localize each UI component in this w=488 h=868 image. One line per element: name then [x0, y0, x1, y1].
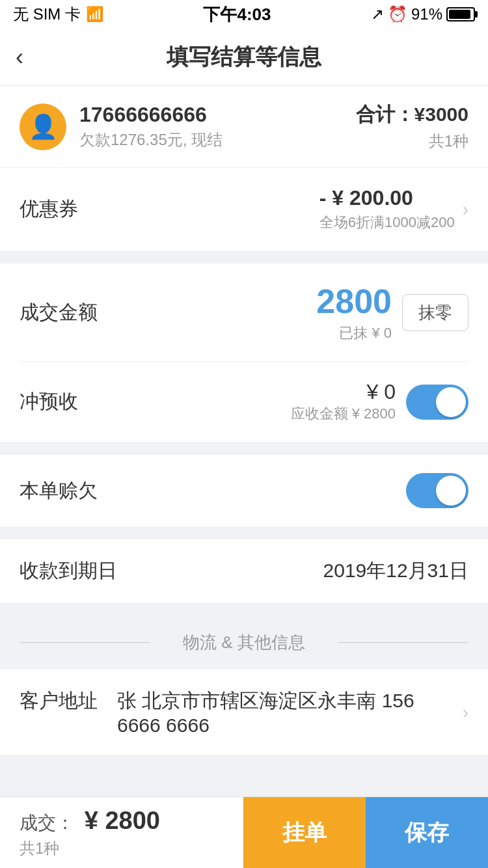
customer-right: 合计：¥3000 共1种	[356, 102, 468, 152]
customer-phone: 17666666666	[79, 103, 223, 127]
hang-button[interactable]: 挂单	[243, 797, 366, 869]
customer-left: 👤 17666666666 欠款1276.35元, 现结	[20, 103, 223, 150]
bottom-deal-label: 成交：	[20, 813, 74, 833]
coupon-discount: - ¥ 200.00	[319, 186, 455, 210]
bottom-info: 成交： ¥ 2800 共1种	[0, 807, 243, 859]
chongyu-row: 冲预收 ¥ 0 应收金额 ¥ 2800	[20, 362, 468, 442]
chongyu-right: ¥ 0 应收金额 ¥ 2800	[291, 380, 468, 424]
content: 👤 17666666666 欠款1276.35元, 现结 合计：¥3000 共1…	[0, 86, 488, 859]
separator-5	[0, 755, 488, 781]
separator-4	[0, 603, 488, 616]
avatar: 👤	[20, 103, 66, 150]
coupon-info: - ¥ 200.00 全场6折满1000减200	[319, 186, 455, 232]
benjian-toggle[interactable]	[406, 473, 468, 508]
status-right: ↗ ⏰ 91%	[371, 5, 475, 23]
coupon-label: 优惠券	[20, 196, 78, 223]
wifi-icon: 📶	[86, 6, 103, 23]
bottom-bar: 成交： ¥ 2800 共1种 挂单 保存	[0, 796, 488, 868]
deal-amount-label: 成交金额	[20, 299, 98, 326]
divider-line-left	[20, 642, 150, 643]
customer-debt: 欠款1276.35元, 现结	[79, 129, 223, 150]
chongyu-sub: 应收金额 ¥ 2800	[291, 404, 396, 424]
chongyu-label: 冲预收	[20, 388, 78, 415]
status-time: 下午4:03	[203, 3, 271, 26]
deal-amount-value: 2800	[316, 282, 392, 321]
bottom-deal-amount: ¥ 2800	[85, 807, 160, 834]
total-value: ¥3000	[414, 103, 468, 125]
separator-3	[0, 526, 488, 539]
chongyu-info: ¥ 0 应收金额 ¥ 2800	[291, 380, 396, 424]
separator-2	[0, 442, 488, 455]
divider-line-right	[338, 642, 468, 643]
save-button[interactable]: 保存	[366, 797, 488, 869]
status-bar: 无 SIM 卡 📶 下午4:03 ↗ ⏰ 91%	[0, 0, 488, 29]
deal-amount-info: 2800 已抹 ¥ 0	[316, 282, 392, 343]
total-count: 共1种	[356, 131, 468, 152]
back-button[interactable]: ‹	[16, 44, 23, 71]
due-date-label: 收款到期日	[20, 558, 117, 584]
round-button[interactable]: 抹零	[402, 294, 468, 331]
status-left: 无 SIM 卡 📶	[13, 4, 103, 25]
logistics-divider: 物流 & 其他信息	[0, 616, 488, 670]
toggle-knob	[436, 387, 466, 417]
address-row[interactable]: 客户地址 张 北京市市辖区海淀区永丰南 156 6666 6666 ›	[0, 670, 488, 755]
coupon-chevron-icon: ›	[463, 199, 468, 220]
customer-info: 17666666666 欠款1276.35元, 现结	[79, 103, 223, 150]
battery-fill	[449, 10, 470, 19]
deal-amount-sub: 已抹 ¥ 0	[316, 323, 392, 343]
total-amount: 合计：¥3000	[356, 102, 468, 128]
battery-icon	[446, 7, 475, 21]
page-title: 填写结算等信息	[167, 42, 321, 72]
deal-amount-right: 2800 已抹 ¥ 0 抹零	[316, 282, 468, 343]
due-date-row: 收款到期日 2019年12月31日	[20, 539, 468, 603]
benjian-toggle-knob	[436, 476, 466, 506]
due-date-section: 收款到期日 2019年12月31日	[0, 539, 488, 603]
address-content: 张 北京市市辖区海淀区永丰南 156 6666 6666	[117, 688, 456, 737]
bottom-count: 共1种	[20, 838, 224, 859]
nav-bar: ‹ 填写结算等信息	[0, 29, 488, 86]
coupon-section[interactable]: 优惠券 - ¥ 200.00 全场6折满1000减200 ›	[0, 167, 488, 251]
location-icon: ↗	[371, 5, 384, 23]
chongyu-amount: ¥ 0	[291, 380, 396, 404]
separator-1	[0, 251, 488, 264]
deal-amount-row: 成交金额 2800 已抹 ¥ 0 抹零	[20, 264, 468, 362]
sim-label: 无 SIM 卡	[13, 4, 81, 25]
address-chevron-icon: ›	[463, 702, 468, 723]
benjian-row: 本单赊欠	[20, 455, 468, 526]
bottom-deal-line: 成交： ¥ 2800	[20, 807, 224, 835]
due-date-value: 2019年12月31日	[323, 558, 468, 584]
benjian-section: 本单赊欠	[0, 455, 488, 526]
form-section: 成交金额 2800 已抹 ¥ 0 抹零 冲预收 ¥ 0 应收金额 ¥ 2800	[0, 264, 488, 442]
address-label: 客户地址	[20, 688, 98, 714]
benjian-label: 本单赊欠	[20, 478, 98, 504]
battery-percent: 91%	[411, 5, 442, 23]
logistics-label: 物流 & 其他信息	[183, 631, 305, 654]
customer-section: 👤 17666666666 欠款1276.35元, 现结 合计：¥3000 共1…	[0, 86, 488, 167]
alarm-icon: ⏰	[388, 5, 407, 23]
benjian-right	[406, 473, 468, 508]
chongyu-toggle[interactable]	[406, 385, 468, 420]
coupon-right: - ¥ 200.00 全场6折满1000减200 ›	[319, 186, 468, 232]
total-label: 合计：	[356, 103, 414, 125]
coupon-desc: 全场6折满1000减200	[319, 213, 455, 232]
